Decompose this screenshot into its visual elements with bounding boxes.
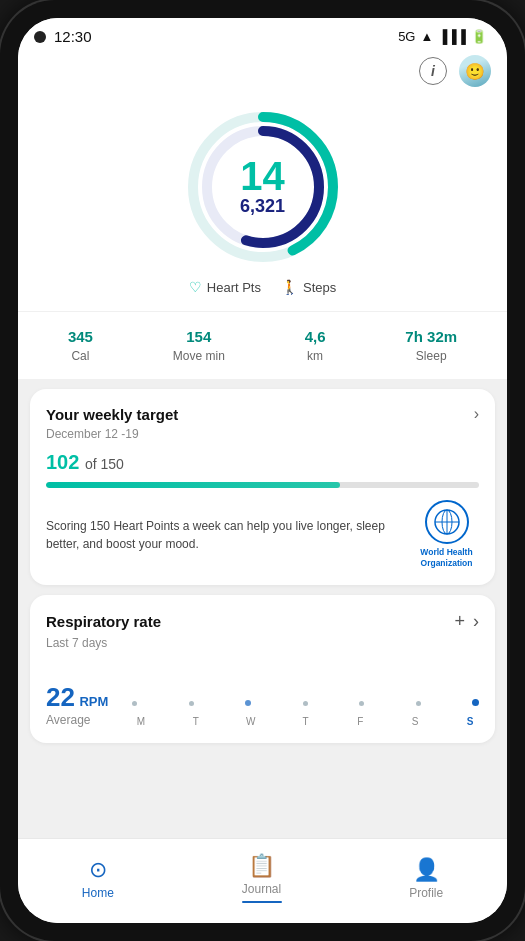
scroll-content[interactable]: 14 6,321 ♡ Heart Pts 🚶 Steps xyxy=(18,97,507,838)
phone-screen: 12:30 5G ▲ ▐▐▐ 🔋 i 🙂 xyxy=(18,18,507,923)
ring-container: 14 6,321 xyxy=(183,107,343,267)
dot-t1 xyxy=(189,701,194,706)
camera-dot xyxy=(34,31,46,43)
km-label: km xyxy=(305,349,326,363)
avatar-image: 🙂 xyxy=(459,55,491,87)
nav-profile[interactable]: 👤 Profile xyxy=(389,853,463,904)
dot-col-w xyxy=(245,700,251,706)
weekly-target-card[interactable]: Your weekly target › December 12 -19 102… xyxy=(30,389,495,585)
avatar[interactable]: 🙂 xyxy=(459,55,491,87)
legend-heart-pts: ♡ Heart Pts xyxy=(189,279,261,295)
heart-icon: ♡ xyxy=(189,279,202,295)
respiratory-subtitle: Last 7 days xyxy=(46,636,479,650)
dot-col-s1 xyxy=(416,701,421,706)
respiratory-rate-card[interactable]: Respiratory rate + › Last 7 days 22 RPM … xyxy=(30,595,495,743)
info-icon: i xyxy=(431,63,435,79)
ring-center: 14 6,321 xyxy=(240,156,285,218)
stat-cal: 345 Cal xyxy=(68,326,93,363)
journal-icon: 📋 xyxy=(248,853,275,879)
legend-steps: 🚶 Steps xyxy=(281,279,336,295)
weekly-target-title: Your weekly target xyxy=(46,406,178,423)
day-s1: S xyxy=(406,716,424,727)
respiratory-unit: RPM xyxy=(79,694,108,709)
status-time: 12:30 xyxy=(54,28,92,45)
weekly-target-value: 102 of 150 xyxy=(46,451,479,474)
respiratory-content: 22 RPM Average xyxy=(46,660,479,727)
ring-section: 14 6,321 ♡ Heart Pts 🚶 Steps xyxy=(18,97,507,311)
respiratory-dots xyxy=(132,660,479,710)
expand-chevron-icon[interactable]: › xyxy=(473,611,479,632)
dot-col-s2 xyxy=(472,699,479,706)
target-of: of 150 xyxy=(85,456,124,472)
respiratory-value-block: 22 RPM Average xyxy=(46,682,116,727)
dot-s2-active xyxy=(472,699,479,706)
move-label: Move min xyxy=(173,349,225,363)
respiratory-average-label: Average xyxy=(46,713,116,727)
dot-t2 xyxy=(303,701,308,706)
sleep-label: Sleep xyxy=(405,349,457,363)
weekly-target-header: Your weekly target › xyxy=(46,405,479,423)
add-button[interactable]: + xyxy=(454,611,465,632)
who-circle-icon xyxy=(425,500,469,544)
dot-f xyxy=(359,701,364,706)
nav-home[interactable]: ⊙ Home xyxy=(62,853,134,904)
km-value: 4,6 xyxy=(305,326,326,347)
respiratory-reading: 22 RPM xyxy=(46,682,116,713)
sleep-hours: 7h xyxy=(405,328,423,345)
nav-journal[interactable]: 📋 Journal xyxy=(222,849,302,907)
phone-shell: 12:30 5G ▲ ▐▐▐ 🔋 i 🙂 xyxy=(0,0,525,941)
cal-label: Cal xyxy=(68,349,93,363)
dot-col-f xyxy=(359,701,364,706)
who-logo: World HealthOrganization xyxy=(414,500,479,569)
heart-pts-label: Heart Pts xyxy=(207,280,261,295)
wifi-icon: ▲ xyxy=(420,29,433,44)
dot-col-m xyxy=(132,701,137,706)
info-button[interactable]: i xyxy=(419,57,447,85)
respiratory-days: M T W T F S S xyxy=(132,716,479,727)
dot-m xyxy=(132,701,137,706)
status-bar: 12:30 5G ▲ ▐▐▐ 🔋 xyxy=(18,18,507,51)
dot-w xyxy=(245,700,251,706)
day-w: W xyxy=(242,716,260,727)
stat-km: 4,6 km xyxy=(305,326,326,363)
home-icon: ⊙ xyxy=(89,857,107,883)
respiratory-chart: M T W T F S S xyxy=(132,660,479,727)
chevron-right-icon[interactable]: › xyxy=(474,405,479,423)
steps-icon: 🚶 xyxy=(281,279,298,295)
respiratory-actions: + › xyxy=(454,611,479,632)
dot-col-t1 xyxy=(189,701,194,706)
battery-icon: 🔋 xyxy=(471,29,487,44)
target-current: 102 xyxy=(46,451,79,473)
top-bar: i 🙂 xyxy=(18,51,507,97)
bottom-nav: ⊙ Home 📋 Journal 👤 Profile xyxy=(18,838,507,923)
cal-number: 345 xyxy=(68,328,93,345)
day-t2: T xyxy=(296,716,314,727)
day-t1: T xyxy=(187,716,205,727)
km-number: 4,6 xyxy=(305,328,326,345)
weekly-target-description: Scoring 150 Heart Points a week can help… xyxy=(46,517,404,553)
steps-label: Steps xyxy=(303,280,336,295)
journal-label: Journal xyxy=(242,882,281,896)
respiratory-header: Respiratory rate + › xyxy=(46,611,479,632)
move-number: 154 xyxy=(186,328,211,345)
cal-value: 345 xyxy=(68,326,93,347)
profile-icon: 👤 xyxy=(413,857,440,883)
respiratory-number: 22 xyxy=(46,682,75,712)
status-left: 12:30 xyxy=(34,28,92,45)
who-text: World HealthOrganization xyxy=(414,547,479,569)
progress-bar-background xyxy=(46,482,479,488)
home-label: Home xyxy=(82,886,114,900)
sleep-minutes: 32m xyxy=(423,328,457,345)
status-right: 5G ▲ ▐▐▐ 🔋 xyxy=(398,29,487,44)
ring-sub-number: 6,321 xyxy=(240,196,285,218)
dot-s1 xyxy=(416,701,421,706)
dot-col-t2 xyxy=(303,701,308,706)
move-value: 154 xyxy=(173,326,225,347)
ring-main-number: 14 xyxy=(240,156,285,196)
profile-label: Profile xyxy=(409,886,443,900)
respiratory-title: Respiratory rate xyxy=(46,613,161,630)
day-s2: S xyxy=(461,716,479,727)
weekly-target-bottom: Scoring 150 Heart Points a week can help… xyxy=(46,500,479,569)
day-m: M xyxy=(132,716,150,727)
journal-underline xyxy=(242,901,282,903)
